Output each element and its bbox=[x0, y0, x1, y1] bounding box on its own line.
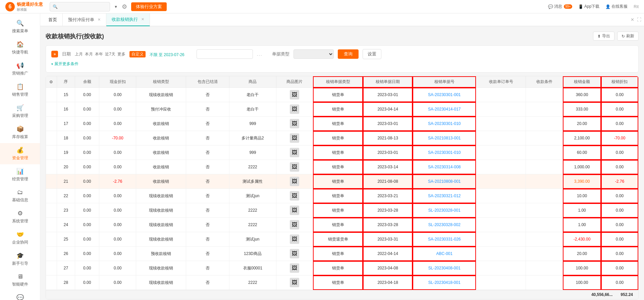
sidebar-item-purchase[interactable]: 🛒 采购管理 bbox=[0, 101, 40, 122]
goods-image: 🖼 bbox=[290, 177, 299, 186]
tab-prepay[interactable]: 预付冲应付单 ✕ bbox=[63, 13, 106, 26]
notifications-btn[interactable]: 💬 消息 99+ bbox=[548, 4, 572, 9]
app-logo: 6 畅捷通好生意 标准版 bbox=[5, 1, 46, 12]
sidebar-label: 基础信息 bbox=[12, 197, 28, 203]
sidebar-item-wechat[interactable]: 💬 企业微信 bbox=[0, 291, 40, 300]
sidebar-item-enterprise[interactable]: 🤝 企业协同 bbox=[0, 227, 40, 249]
tab-receipt-close[interactable]: ✕ bbox=[141, 17, 144, 22]
online-service-label: 在线客服 bbox=[611, 4, 628, 9]
sidebar-item-system[interactable]: ⚙ 系统管理 bbox=[0, 206, 40, 227]
table-row: 240.000.00现续收款核销否2222🖼销货单2023-03-28SL-20… bbox=[46, 218, 638, 232]
table-row: 170.000.00收款核销否999🖼销货单2023-03-01SA-20230… bbox=[46, 117, 638, 131]
top-search[interactable]: 🔍 bbox=[50, 2, 110, 11]
bill-no-link[interactable]: SA-20230314-008 bbox=[428, 165, 461, 169]
sidebar-label: 销售管理 bbox=[12, 92, 28, 97]
expand-icon[interactable]: ⛶ bbox=[637, 17, 641, 22]
bill-no-link[interactable]: SA-20230414-017 bbox=[428, 107, 461, 112]
bill-no-link[interactable]: SA-20230321-012 bbox=[428, 194, 461, 198]
th-included-settled: 包含已结清 bbox=[186, 76, 229, 88]
th-verify-bill-date: 核销单据日期 bbox=[363, 76, 413, 88]
export-button[interactable]: ⬆ 导出 bbox=[593, 32, 614, 41]
date-this-month[interactable]: 本月 bbox=[85, 51, 93, 57]
sidebar-label: 智能硬件 bbox=[12, 282, 28, 287]
bill-no-link[interactable]: SL-20230328-002 bbox=[428, 222, 461, 227]
date-this-year[interactable]: 本年 bbox=[95, 51, 103, 57]
refresh-button[interactable]: ↻ 刷新 bbox=[617, 32, 639, 41]
bill-no-link[interactable]: SA-20230331-026 bbox=[428, 237, 461, 242]
tab-home[interactable]: 首页 bbox=[43, 13, 63, 26]
tab-prepay-close[interactable]: ✕ bbox=[98, 17, 101, 22]
expand-more-btn[interactable]: ▾ 展开更多条件 bbox=[51, 61, 633, 67]
solution-button[interactable]: 体验行业方案 bbox=[131, 2, 167, 11]
date-7days[interactable]: 近7天 bbox=[105, 51, 115, 57]
sidebar: 🔍 搜索菜单 🏠 快捷导航 📢 营销推广 📋 销售管理 🛒 采购管理 📦 库存核… bbox=[0, 13, 40, 300]
notifications-label: 消息 bbox=[554, 4, 562, 9]
bill-no-link[interactable]: SA-20230301-001 bbox=[428, 92, 461, 97]
bill-no-link[interactable]: ABC-001 bbox=[436, 251, 452, 256]
app-download-label: App下载 bbox=[584, 4, 599, 9]
query-button[interactable]: 查询 bbox=[338, 49, 359, 59]
th-goods: 商品 bbox=[229, 76, 276, 88]
goods-image: 🖼 bbox=[290, 119, 299, 128]
bill-no-link[interactable]: SA-20230301-010 bbox=[428, 121, 461, 126]
dropdown-toggle[interactable]: ▼ bbox=[114, 5, 118, 9]
th-receipt-order-no: 收款单订单号 bbox=[476, 76, 526, 88]
service-icon: 👤 bbox=[605, 4, 610, 9]
sidebar-item-search[interactable]: 🔍 搜索菜单 bbox=[0, 16, 40, 37]
sidebar-item-inventory[interactable]: 📦 库存核算 bbox=[0, 122, 40, 143]
folder-icon: 🗂 bbox=[17, 189, 23, 196]
tab-receipt[interactable]: 收款核销执行 ✕ bbox=[106, 13, 150, 26]
source-input[interactable] bbox=[197, 49, 253, 59]
sidebar-item-hardware[interactable]: 🖥 智能硬件 bbox=[0, 270, 40, 291]
expand-label: 展开更多条件 bbox=[54, 61, 78, 67]
table-row: 250.000.00现续收款核销否测试jun🖼销货退货单2023-03-31SA… bbox=[46, 232, 638, 247]
gear-icon[interactable]: ⚙ bbox=[122, 3, 127, 10]
sidebar-item-quicknav[interactable]: 🏠 快捷导航 bbox=[0, 37, 40, 58]
goods-image: 🖼 bbox=[290, 278, 299, 287]
date-custom[interactable]: 自定义 bbox=[129, 51, 146, 57]
table-row: 200.000.00收款核销否2222🖼销货单2023-03-14SA-2023… bbox=[46, 160, 638, 174]
bill-no-link[interactable]: SL-20230418-001 bbox=[428, 280, 461, 285]
table-row: 180.00-70.00收款核销否多计量商品2🖼销货单2021-08-13SA-… bbox=[46, 131, 638, 145]
sidebar-label: 经营管理 bbox=[12, 176, 28, 182]
table-row: 150.000.00现续收款核销否老白干🖼销货单2023-03-01SA-202… bbox=[46, 88, 638, 102]
sidebar-item-guide[interactable]: 🎓 新手引导 bbox=[0, 249, 40, 270]
table-row: 270.000.00现续收款核销否衣服00001🖼销货单2023-04-08SL… bbox=[46, 261, 638, 275]
bill-type-select[interactable] bbox=[293, 49, 334, 59]
data-table: ⚙ 序 余额 现金折扣 核销类型 包含已结清 商品 商品图片 核销单据类型 核销… bbox=[46, 76, 639, 299]
bill-no-link[interactable]: SL-20230408-001 bbox=[428, 266, 461, 270]
sidebar-item-operation[interactable]: 📊 经营管理 bbox=[0, 164, 40, 185]
app-download-btn[interactable]: 📱 App下载 bbox=[578, 4, 599, 9]
user-label[interactable]: Rit bbox=[634, 4, 639, 9]
tab-receipt-label: 收款核销执行 bbox=[112, 16, 138, 23]
th-goods-image: 商品图片 bbox=[276, 76, 313, 88]
sidebar-item-finance[interactable]: 💰 资金管理 bbox=[0, 143, 40, 164]
bill-no-link[interactable]: SL-20230328-001 bbox=[428, 208, 461, 213]
bill-no-link[interactable]: SA-20210813-001 bbox=[428, 136, 461, 140]
chart-icon: 📊 bbox=[16, 168, 24, 175]
date-more[interactable]: 更多 bbox=[117, 51, 125, 57]
close-all-icon[interactable]: ✕ bbox=[631, 17, 634, 22]
goods-image: 🖼 bbox=[290, 133, 299, 143]
goods-image: 🖼 bbox=[290, 162, 299, 172]
bill-no-link[interactable]: SA-20210808-001 bbox=[428, 179, 461, 184]
goods-image: 🖼 bbox=[290, 206, 299, 215]
tab-bar: 首页 预付冲应付单 ✕ 收款核销执行 ✕ ✕ ⛶ bbox=[40, 13, 644, 26]
bill-no-link[interactable]: SA-20230301-010 bbox=[428, 150, 461, 155]
filter-arrow-btn[interactable]: » bbox=[51, 51, 58, 57]
table-row: 280.000.00现续收款核销否2222🖼销货单2023-04-18SL-20… bbox=[46, 275, 638, 290]
sidebar-item-marketing[interactable]: 📢 营销推广 bbox=[0, 58, 40, 80]
table-footer: 40,556,66... 952.24 bbox=[46, 290, 638, 299]
online-service-btn[interactable]: 👤 在线客服 bbox=[605, 4, 628, 9]
box-icon: 📦 bbox=[16, 125, 24, 133]
th-gear[interactable]: ⚙ bbox=[46, 76, 57, 88]
sidebar-item-sales[interactable]: 📋 销售管理 bbox=[0, 80, 40, 101]
table-row: 210.00-2.76收款核销否测试多属性🖼销货单2021-08-08SA-20… bbox=[46, 174, 638, 189]
settings-button[interactable]: 设置 bbox=[363, 49, 381, 59]
sidebar-item-basic[interactable]: 🗂 基础信息 bbox=[0, 185, 40, 206]
th-cash-discount: 现金折扣 bbox=[99, 76, 136, 88]
date-last-month[interactable]: 上月 bbox=[75, 51, 83, 57]
app-name: 畅捷通好生意 bbox=[17, 1, 43, 7]
tab-home-label: 首页 bbox=[48, 17, 57, 23]
hardware-icon: 🖥 bbox=[17, 273, 23, 280]
